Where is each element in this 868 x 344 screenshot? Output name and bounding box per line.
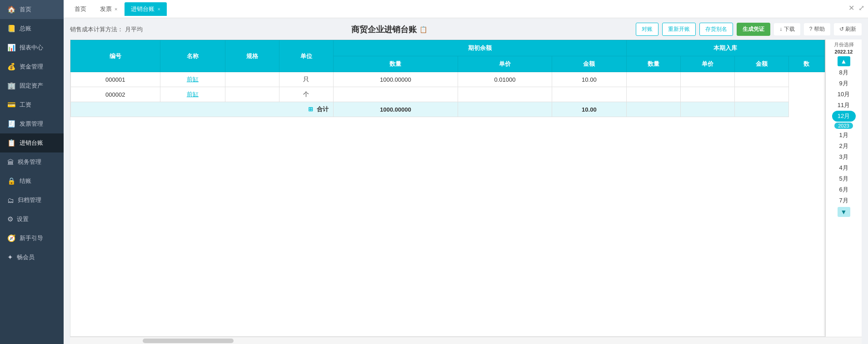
name-link-1[interactable]: 前缸 <box>187 76 199 83</box>
close-purchase-sale-tab-icon[interactable]: × <box>157 6 160 12</box>
cell-unit-1: 只 <box>279 72 333 87</box>
cunwei-button[interactable]: 存货别名 <box>699 23 733 36</box>
refresh-button[interactable]: ↺ 刷新 <box>834 23 862 35</box>
month-item-12[interactable]: 12月 <box>832 111 856 122</box>
sidebar-item-invoice-mgmt[interactable]: 🧾 发票管理 <box>0 114 64 133</box>
tab-purchase-sale[interactable]: 进销台账 × <box>125 2 166 16</box>
settings-icon: ⚙ <box>7 215 13 223</box>
month-item-1[interactable]: 1月 <box>826 130 862 141</box>
year-2023-label[interactable]: 2023 <box>834 123 853 129</box>
horizontal-scrollbar[interactable] <box>70 337 862 344</box>
col-header-unit: 单位 <box>279 40 333 72</box>
title-table-icon[interactable]: 📋 <box>419 26 427 33</box>
cell-unit-2: 个 <box>279 87 333 102</box>
reports-icon: 📊 <box>7 44 16 52</box>
month-item-8[interactable]: 8月 <box>826 67 862 78</box>
sidebar-item-tax[interactable]: 🏛 税务管理 <box>0 152 64 172</box>
cell-qty-in-2 <box>626 87 680 102</box>
total-icon: ⊞ <box>308 106 313 113</box>
col-header-extra: 数 <box>788 56 824 72</box>
action-buttons: 对账 重新开账 存货别名 生成凭证 ↓ 下载 ? 帮助 ↺ 刷新 <box>636 23 862 36</box>
purchase-sale-icon: 📋 <box>7 139 16 147</box>
col-header-id: 编号 <box>71 40 160 72</box>
cell-name-2: 前缸 <box>160 87 225 102</box>
month-nav-up-button[interactable]: ▲ <box>838 56 850 66</box>
cell-id-1: 000001 <box>71 72 160 87</box>
month-item-10[interactable]: 10月 <box>826 89 862 100</box>
col-header-qty-init: 数量 <box>333 56 458 72</box>
col-header-price-init: 单价 <box>458 56 552 72</box>
generate-button[interactable]: 生成凭证 <box>737 23 770 36</box>
sidebar-item-closing[interactable]: 🔒 结账 <box>0 172 64 191</box>
tab-home[interactable]: 首页 <box>68 2 93 16</box>
cell-price-in-1 <box>680 72 734 87</box>
duizhang-button[interactable]: 对账 <box>636 23 658 36</box>
sidebar: 🏠 首页 📒 总账 📊 报表中心 💰 资金管理 🏢 固定资产 💳 工资 🧾 发票… <box>0 0 64 344</box>
archive-icon: 🗂 <box>7 197 14 204</box>
total-amount-in <box>734 102 788 117</box>
sidebar-item-ledger[interactable]: 📒 总账 <box>0 19 64 38</box>
cell-price-in-2 <box>680 87 734 102</box>
month-item-5[interactable]: 5月 <box>826 173 862 184</box>
month-item-3[interactable]: 3月 <box>826 152 862 162</box>
col-header-spec: 规格 <box>225 40 279 72</box>
chongxin-button[interactable]: 重新开账 <box>662 23 696 36</box>
cell-name-1: 前缸 <box>160 72 225 87</box>
cell-qty-init-1: 1000.00000 <box>333 72 458 87</box>
sidebar-item-reports[interactable]: 📊 报表中心 <box>0 38 64 57</box>
col-header-name: 名称 <box>160 40 225 72</box>
total-row: ⊞ 合计 1000.00000 10.00 <box>71 102 825 117</box>
close-invoice-tab-icon[interactable]: × <box>115 6 117 12</box>
sidebar-item-assets[interactable]: 🏢 固定资产 <box>0 76 64 95</box>
col-header-amount-in: 金额 <box>734 56 788 72</box>
col-group-init: 期初余额 <box>333 40 626 56</box>
col-header-price-in: 单价 <box>680 56 734 72</box>
month-item-6[interactable]: 6月 <box>826 184 862 195</box>
sidebar-item-guide[interactable]: 🧭 新手引导 <box>0 229 64 248</box>
month-item-7[interactable]: 7月 <box>826 195 862 206</box>
cost-method-label: 销售成本计算方法： 月平均 <box>70 25 143 34</box>
cell-qty-in-1 <box>626 72 680 87</box>
total-qty-in <box>626 102 680 117</box>
cell-amount-init-2 <box>552 87 626 102</box>
main-area: 首页 发票 × 进销台账 × ✕ ⤢ 销售成本计算方法： 月平均 商贸企业进销台… <box>64 0 868 344</box>
info-bar: 销售成本计算方法： 月平均 商贸企业进销台账 📋 对账 重新开账 存货别名 生成… <box>70 23 862 36</box>
month-item-2[interactable]: 2月 <box>826 141 862 152</box>
help-button[interactable]: ? 帮助 <box>804 23 830 35</box>
name-link-2[interactable]: 前缸 <box>187 91 199 98</box>
sidebar-item-purchase-sale[interactable]: 📋 进销台账 <box>0 133 64 152</box>
total-amount-init: 10.00 <box>552 102 626 117</box>
total-label-cell: ⊞ 合计 <box>71 102 334 117</box>
window-expand-button[interactable]: ⤢ <box>858 4 864 12</box>
member-icon: ✦ <box>7 253 13 261</box>
invoice-mgmt-icon: 🧾 <box>7 120 16 128</box>
cell-amount-in-1 <box>734 72 788 87</box>
cell-spec-2 <box>225 87 279 102</box>
month-panel-title: 月份选择 <box>834 41 854 48</box>
tax-icon: 🏛 <box>7 158 14 166</box>
year-2022-label: 2022.12 <box>835 49 853 54</box>
sidebar-item-member[interactable]: ✦ 畅会员 <box>0 248 64 267</box>
window-close-button[interactable]: ✕ <box>848 4 854 12</box>
cell-amount-in-2 <box>734 87 788 102</box>
sidebar-item-settings[interactable]: ⚙ 设置 <box>0 210 64 229</box>
ledger-icon: 📒 <box>7 25 16 33</box>
sidebar-item-salary[interactable]: 💳 工资 <box>0 95 64 114</box>
col-header-amount-init: 金额 <box>552 56 626 72</box>
cell-price-init-2 <box>458 87 552 102</box>
download-button[interactable]: ↓ 下载 <box>774 23 800 35</box>
capital-icon: 💰 <box>7 63 16 71</box>
table-row: 000001 前缸 只 1000.00000 0.01000 10.00 <box>71 72 825 87</box>
tab-bar: 首页 发票 × 进销台账 × ✕ ⤢ <box>64 0 868 18</box>
tab-invoice[interactable]: 发票 × <box>94 2 124 16</box>
sidebar-item-archive[interactable]: 🗂 归档管理 <box>0 191 64 210</box>
total-price-in <box>680 102 734 117</box>
month-nav-down-button[interactable]: ▼ <box>838 207 850 217</box>
sidebar-item-capital[interactable]: 💰 资金管理 <box>0 57 64 76</box>
cell-spec-1 <box>225 72 279 87</box>
sidebar-item-home[interactable]: 🏠 首页 <box>0 0 64 19</box>
month-item-11[interactable]: 11月 <box>826 100 862 111</box>
month-item-4[interactable]: 4月 <box>826 162 862 173</box>
month-item-9[interactable]: 9月 <box>826 78 862 89</box>
total-qty-init: 1000.00000 <box>333 102 458 117</box>
